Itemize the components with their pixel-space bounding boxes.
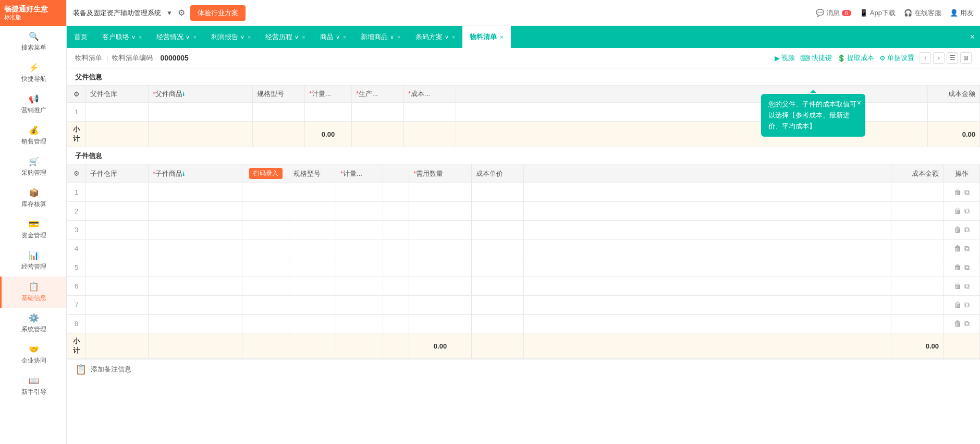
child-cell-warehouse-5[interactable] [86,258,149,277]
tab-arrow-operations[interactable]: ∨ [186,34,190,41]
parent-cell-warehouse-1[interactable] [86,103,149,122]
child-cell-warehouse-3[interactable] [86,221,149,239]
shortcut-action[interactable]: ⌨ 快捷键 [800,53,832,63]
child-settings-icon[interactable]: ⚙ [74,170,80,177]
child-cell-scan-6[interactable] [242,277,289,296]
tab-customer[interactable]: 客户联络∨× [95,26,149,48]
app-download-action[interactable]: 📱 App下载 [860,8,896,18]
tab-home[interactable]: 首页 [67,26,95,48]
child-cell-spec-1[interactable] [289,183,336,202]
note-label[interactable]: 添加备注信息 [91,365,131,374]
settings-icon[interactable]: ⚙ [74,90,80,98]
sidebar-item-finance[interactable]: 💳资金管理 [0,214,66,245]
child-cell-qty-7[interactable] [409,296,472,315]
tab-close-profit[interactable]: × [248,34,251,40]
child-cell-warehouse-7[interactable] [86,296,149,315]
tab-goods[interactable]: 商品∨× [313,26,353,48]
child-cell-spec-7[interactable] [289,296,336,315]
tab-arrow-barcode[interactable]: ∨ [445,34,449,41]
sidebar-item-operations[interactable]: 📊经营管理 [0,245,66,277]
tab-operations[interactable]: 经营情况∨× [149,26,203,48]
child-cell-goods-6[interactable] [149,277,242,296]
child-cell-unit-5[interactable] [336,258,383,277]
sidebar-item-marketing[interactable]: 📢营销推广 [0,89,66,120]
child-cell-scan-5[interactable] [242,258,289,277]
delete-icon-8[interactable]: 🗑 [954,319,961,328]
tab-close-operations[interactable]: × [193,34,196,40]
copy-icon-4[interactable]: ⧉ [964,244,970,253]
video-action[interactable]: ▶ 视频 [775,53,795,63]
tab-profit[interactable]: 利润报告∨× [204,26,258,48]
child-cell-unit-cost-3[interactable] [472,221,524,239]
copy-icon-5[interactable]: ⧉ [964,263,970,272]
sidebar-item-quick-nav[interactable]: ⚡快捷导航 [0,57,66,89]
child-cell-unit-cost-2[interactable] [472,202,524,221]
tab-close-barcode[interactable]: × [452,34,455,40]
child-cell-unit-cost-8[interactable] [472,315,524,333]
child-cell-goods-8[interactable] [149,315,242,333]
delete-icon-7[interactable]: 🗑 [954,301,961,309]
close-all-tabs[interactable]: × [965,32,980,42]
service-action[interactable]: 🎧 在线客服 [904,8,941,18]
child-cell-scan-4[interactable] [242,239,289,258]
tab-close-goods[interactable]: × [343,34,346,40]
child-cell-unit-cost-5[interactable] [472,258,524,277]
child-cell-unit-cost-4[interactable] [472,239,524,258]
copy-icon-6[interactable]: ⧉ [964,282,970,291]
tab-arrow-goods[interactable]: ∨ [336,34,340,41]
tab-history[interactable]: 经营历程∨× [258,26,312,48]
delete-icon-1[interactable]: 🗑 [954,188,961,197]
copy-icon-2[interactable]: ⧉ [964,207,970,215]
tab-barcode[interactable]: 条码方案∨× [408,26,462,48]
child-cell-qty-4[interactable] [409,239,472,258]
child-cell-unit-cost-1[interactable] [472,183,524,202]
tab-arrow-history[interactable]: ∨ [295,34,299,41]
sidebar-item-inventory[interactable]: 📦库存核算 [0,183,66,214]
child-cell-spec-4[interactable] [289,239,336,258]
tab-close-new-goods[interactable]: × [397,34,400,40]
child-cell-scan-8[interactable] [242,315,289,333]
child-cell-warehouse-1[interactable] [86,183,149,202]
try-button[interactable]: 体验行业方案 [190,5,246,21]
parent-cell-unit-1[interactable] [305,103,352,122]
user-action[interactable]: 👤 用友 [950,8,974,18]
sidebar-item-enterprise[interactable]: 🤝企业协同 [0,339,66,370]
copy-icon-1[interactable]: ⧉ [964,188,970,197]
child-cell-spec-8[interactable] [289,315,336,333]
next-arrow[interactable]: › [933,52,945,64]
sidebar-item-guide[interactable]: 📖新手引导 [0,370,66,402]
child-cell-scan-3[interactable] [242,221,289,239]
tooltip-close-btn[interactable]: × [857,97,861,109]
child-cell-warehouse-2[interactable] [86,202,149,221]
child-cell-qty-5[interactable] [409,258,472,277]
parent-cell-cost-1[interactable] [404,103,456,122]
cost-action[interactable]: 💲 提取成本 [837,53,874,63]
child-cell-unit-6[interactable] [336,277,383,296]
tab-close-history[interactable]: × [302,34,305,40]
child-cell-warehouse-6[interactable] [86,277,149,296]
child-cell-scan-2[interactable] [242,202,289,221]
single-setting-action[interactable]: ⚙ 单据设置 [879,53,914,63]
copy-icon-8[interactable]: ⧉ [964,319,970,328]
sidebar-item-purchase[interactable]: 🛒采购管理 [0,151,66,183]
child-cell-warehouse-4[interactable] [86,239,149,258]
message-action[interactable]: 💬 消息 6 [816,8,851,18]
tab-arrow-profit[interactable]: ∨ [240,34,244,41]
child-cell-unit-7[interactable] [336,296,383,315]
child-cell-goods-2[interactable] [149,202,242,221]
tab-new-goods[interactable]: 新增商品∨× [353,26,408,48]
child-cell-unit-1[interactable] [336,183,383,202]
child-cell-goods-5[interactable] [149,258,242,277]
child-cell-qty-2[interactable] [409,202,472,221]
child-cell-goods-3[interactable] [149,221,242,239]
child-cell-spec-3[interactable] [289,221,336,239]
child-cell-unit-cost-6[interactable] [472,277,524,296]
tab-close-bom[interactable]: × [500,34,503,40]
delete-icon-4[interactable]: 🗑 [954,244,961,253]
sidebar-item-system[interactable]: ⚙️系统管理 [0,308,66,339]
tab-arrow-customer[interactable]: ∨ [131,34,136,41]
delete-icon-5[interactable]: 🗑 [954,263,961,272]
child-cell-qty-6[interactable] [409,277,472,296]
sidebar-item-sales[interactable]: 💰销售管理 [0,120,66,151]
prev-arrow[interactable]: ‹ [920,52,931,64]
